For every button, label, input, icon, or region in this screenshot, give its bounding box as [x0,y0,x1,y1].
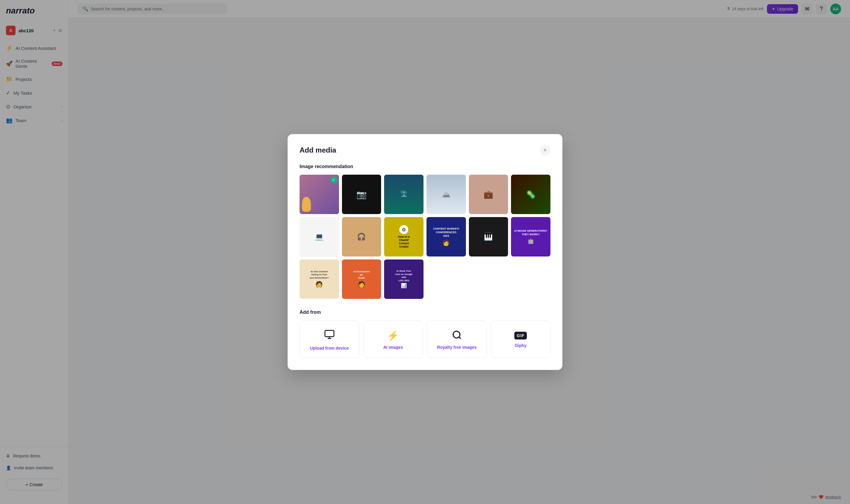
image-thumb-5[interactable]: 💼 [469,175,508,214]
image-thumb-14[interactable]: nt Distributiongy:Guide 🧑 [342,259,382,299]
search-icon [452,330,462,341]
image-thumb-7[interactable]: 💻 [300,217,339,256]
close-button[interactable]: × [540,145,550,156]
close-icon: × [544,147,547,154]
add-from-royalty-card[interactable]: Royalty free images [427,320,487,358]
add-from-upload-card[interactable]: Upload from device [300,320,359,358]
image-thumb-10[interactable]: CONTENT MARKETICONFERENCES2023 🧑 [426,217,466,256]
royalty-label: Royalty free images [437,345,477,349]
modal-overlay: Add media × Image recommendation ✓ 📷 🏝 ⛰ [0,0,850,504]
image-thumb-11[interactable]: 🎹 [469,217,508,256]
image-thumb-1[interactable]: ✓ [300,175,339,214]
bolt-icon: ⚡ [387,330,399,341]
ai-images-label: AI images [383,345,403,349]
upload-label: Upload from device [310,346,349,350]
add-from-grid: Upload from device ⚡ AI images Royalty f… [300,320,550,358]
image-thumb-9[interactable]: ⚙ How to UChatGPContentCreatio [384,217,424,256]
add-from-ai-card[interactable]: ⚡ AI images [364,320,423,358]
add-from-giphy-card[interactable]: GIF Giphy [491,320,551,358]
add-from-label: Add from [300,310,550,315]
svg-point-1 [453,331,460,338]
add-media-modal: Add media × Image recommendation ✓ 📷 🏝 ⛰ [288,134,562,370]
image-thumb-13[interactable]: to Use Contentketing to Fueland Generati… [300,259,339,299]
image-thumb-3[interactable]: 🏝 [384,175,424,214]
image-grid: ✓ 📷 🏝 ⛰ 💼 🦠 💻 [300,175,550,299]
image-thumb-4[interactable]: ⛰ [426,175,466,214]
monitor-icon [324,329,335,342]
selected-badge: ✓ [331,177,337,183]
modal-header: Add media × [300,145,550,156]
image-thumb-8[interactable]: 🎧 [342,217,382,256]
image-thumb-15[interactable]: to Rank Yourosts on GooglewithLOG SEO 📊 [384,259,424,299]
image-thumb-6[interactable]: 🦠 [511,175,550,214]
modal-title: Add media [300,146,336,155]
gif-icon: GIF [514,332,527,340]
image-recommendation-label: Image recommendation [300,164,550,169]
svg-rect-0 [325,330,334,337]
image-thumb-12[interactable]: AI IMAGE GENERATORS?THEY WORK? 🤖 [511,217,550,256]
giphy-label: Giphy [515,343,527,348]
image-thumb-2[interactable]: 📷 [342,175,382,214]
